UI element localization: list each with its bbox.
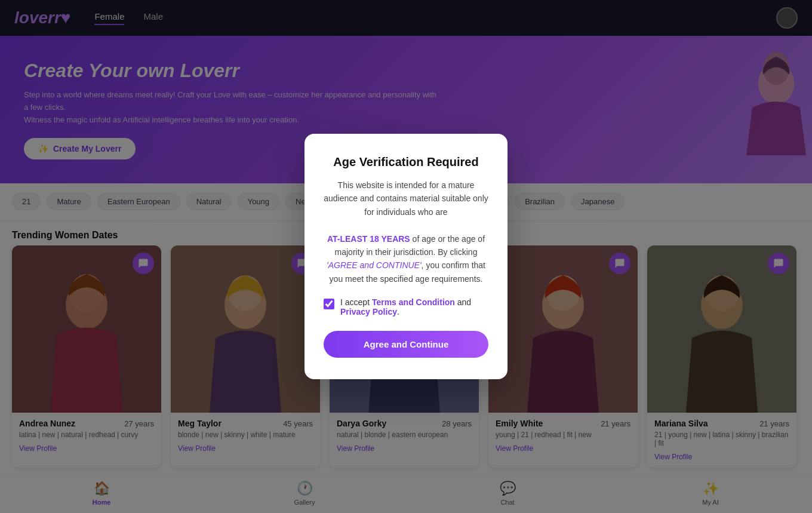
modal-privacy-link[interactable]: Privacy Policy <box>340 307 397 317</box>
agree-continue-button[interactable]: Agree and Continue <box>324 331 488 358</box>
modal-overlay: Age Verification Required This website i… <box>0 0 812 513</box>
modal-accept-checkbox[interactable] <box>324 299 334 309</box>
modal-accept-row: I accept Terms and Condition and Privacy… <box>324 297 488 317</box>
modal-terms-link[interactable]: Terms and Condition <box>372 297 455 307</box>
modal-body: This website is intended for a mature au… <box>324 179 488 285</box>
modal-title: Age Verification Required <box>324 155 488 169</box>
modal-accept-text: I accept Terms and Condition and Privacy… <box>340 297 488 317</box>
age-verification-modal: Age Verification Required This website i… <box>304 134 508 379</box>
